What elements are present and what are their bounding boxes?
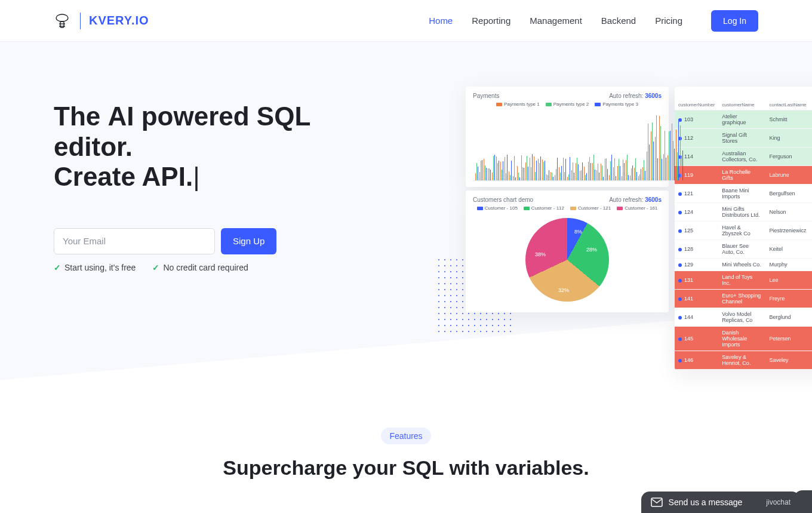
signup-button[interactable]: Sign Up <box>221 228 276 254</box>
preview-bar-chart-card: Payments Auto refresh: 3600s Payments ty… <box>466 87 669 187</box>
row-dot-icon <box>678 337 682 341</box>
logo-separator <box>80 13 81 29</box>
table-cell: 144 <box>675 308 718 327</box>
mail-icon <box>651 497 663 503</box>
chart-legend: Customer - 105Customer - 112Customer - 1… <box>473 205 662 211</box>
legend-chip-icon <box>595 103 601 106</box>
legend-item: Payments type 1 <box>496 102 540 107</box>
table-cell: 146 <box>675 351 718 370</box>
benefit-text: No credit card required <box>163 263 248 272</box>
table-row: 146Saveley & Henriot, Co.SaveleyMary78.3… <box>675 351 812 370</box>
row-dot-icon <box>678 316 682 320</box>
table-cell: 125 <box>675 222 718 240</box>
table-cell: Danish Wholesale Imports <box>718 327 765 351</box>
table-cell: La Rochelle Gifts <box>718 166 765 185</box>
table-cell: Baane Mini Imports <box>718 185 765 203</box>
nav-link-management[interactable]: Management <box>530 16 582 26</box>
row-dot-icon <box>678 192 682 196</box>
table-cell: Saveley <box>766 351 810 370</box>
table-row: 131Land of Toys Inc.LeeKwai2125557818 <box>675 271 812 290</box>
table-row: 144Volvo Model Replicas, CoBerglundChris… <box>675 308 812 327</box>
row-dot-icon <box>678 229 682 233</box>
table-cell: 121 <box>675 185 718 203</box>
benefits-row: ✓ Start using, it's free ✓ No credit car… <box>54 263 364 272</box>
table-cell: Lee <box>766 271 810 290</box>
row-dot-icon <box>678 297 682 301</box>
logo[interactable]: KVERY.IO <box>54 12 149 30</box>
table-cell: Land of Toys Inc. <box>718 271 765 290</box>
chart-title: Payments <box>473 93 499 99</box>
chart-title: Customers chart demo <box>473 196 533 203</box>
table-header: customerName <box>718 100 765 110</box>
table-cell: Piestrzeniewicz <box>766 222 810 240</box>
table-row: 145Danish Wholesale ImportsPetersenJytte… <box>675 327 812 351</box>
table-row: 141Euro+ Shopping ChannelFreyreDiego(91)… <box>675 290 812 308</box>
row-dot-icon <box>678 263 682 267</box>
benefit-item: ✓ Start using, it's free <box>54 263 136 272</box>
table-row: 112Signal Gift StoresKingJean7025551838 <box>675 129 812 148</box>
hero-highlight-ai: AI <box>107 102 134 132</box>
table-row: 103Atelier graphiqueSchmittCarine40.32.2… <box>675 110 812 129</box>
table-cell: 141 <box>675 290 718 308</box>
row-dot-icon <box>678 211 682 214</box>
table-cell: Blauer See Auto, Co. <box>718 240 765 259</box>
table-cell: Freyre <box>766 290 810 308</box>
hero-highlight-create: Create <box>54 162 136 192</box>
legend-item: Customer - 161 <box>617 205 657 211</box>
table-header: contactLastName <box>766 100 810 110</box>
legend-chip-icon <box>570 207 576 210</box>
table-row: 129Mini Wheels Co.MurphyJulie6505555787 <box>675 259 812 271</box>
dashboard-preview: Payments Auto refresh: 3600s Payments ty… <box>466 87 812 370</box>
login-button[interactable]: Log In <box>711 10 758 32</box>
preview-pie-chart-card: Customers chart demo Auto refresh: 3600s… <box>466 191 669 312</box>
email-input[interactable] <box>54 228 215 254</box>
table-cell: King <box>766 129 810 148</box>
check-icon: ✓ <box>54 263 61 272</box>
table-cell: Australian Collectors, Co. <box>718 148 765 166</box>
table-cell: 145 <box>675 327 718 351</box>
table-cell: Bergulfsen <box>766 185 810 203</box>
signup-form: Sign Up <box>54 228 364 254</box>
nav-link-reporting[interactable]: Reporting <box>472 16 510 26</box>
chart-legend: Payments type 1Payments type 2Payments t… <box>473 102 662 107</box>
table-row: 119La Rochelle GiftsLabruneJanine40.67.8… <box>675 166 812 185</box>
features-title: Supercharge your SQL with variables. <box>0 456 812 480</box>
legend-item: Payments type 3 <box>595 102 638 107</box>
nav-link-pricing[interactable]: Pricing <box>655 16 682 26</box>
legend-chip-icon <box>546 103 552 106</box>
legend-item: Customer - 105 <box>477 205 518 211</box>
table-row: 114Australian Collectors, Co.FergusonPet… <box>675 148 812 166</box>
legend-chip-icon <box>617 207 623 210</box>
cloud-db-icon <box>54 12 72 30</box>
chat-text: Send us a message <box>669 497 743 503</box>
table-header: customerNumber <box>675 100 718 110</box>
top-nav: KVERY.IO HomeReportingManagementBackendP… <box>0 0 812 42</box>
check-icon: ✓ <box>152 263 159 272</box>
table-row: 128Blauer See Auto, Co.KeitelRoland+49 6… <box>675 240 812 259</box>
features-pill: Features <box>381 428 430 444</box>
svg-point-0 <box>56 14 68 21</box>
legend-chip-icon <box>496 103 502 106</box>
nav-link-home[interactable]: Home <box>429 16 453 26</box>
table-row: 124Mini Gifts Distributors Ltd.NelsonSus… <box>675 203 812 222</box>
legend-item: Payments type 2 <box>546 102 589 107</box>
pie-chart: 8% 28% 32% 38% <box>525 218 609 302</box>
hero-title: The AI powered SQL editor. Create API.| <box>54 102 364 192</box>
preview-data-table: Search: customerNumbercustomerNamecontac… <box>675 87 812 370</box>
table-cell: Schmitt <box>766 110 810 129</box>
table-cell: Saveley & Henriot, Co. <box>718 351 765 370</box>
chat-widget[interactable]: Send us a message jivochat <box>641 492 800 503</box>
table-cell: Labrune <box>766 166 810 185</box>
nav-link-backend[interactable]: Backend <box>601 16 636 26</box>
legend-chip-icon <box>477 207 483 210</box>
table-cell: Nelson <box>766 203 810 222</box>
autorefresh-label: Auto refresh: 3600s <box>609 93 662 99</box>
legend-item: Customer - 112 <box>524 205 564 211</box>
table-cell: 129 <box>675 259 718 271</box>
typing-cursor: | <box>193 162 199 191</box>
table-cell: Murphy <box>766 259 810 271</box>
row-dot-icon <box>678 279 682 282</box>
legend-item: Customer - 121 <box>570 205 611 211</box>
legend-chip-icon <box>524 207 530 210</box>
nav-links: HomeReportingManagementBackendPricing <box>429 16 682 26</box>
